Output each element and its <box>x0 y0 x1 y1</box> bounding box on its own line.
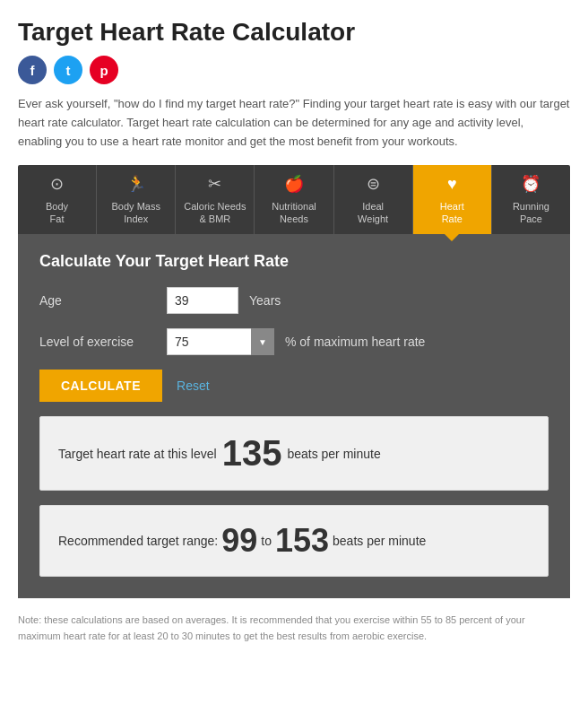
body-fat-icon: ⊙ <box>50 174 64 195</box>
exercise-select-wrapper: 55 60 65 70 75 80 85 ▼ <box>167 328 274 355</box>
age-unit: Years <box>249 293 281 308</box>
nav-item-heart-rate[interactable]: ♥ HeartRate <box>413 165 492 234</box>
calculator-title: Calculate Your Target Heart Rate <box>39 252 549 271</box>
nav-label-nutritional: NutritionalNeeds <box>272 200 316 226</box>
result1-suffix: beats per minute <box>287 447 380 461</box>
nav-item-body-fat[interactable]: ⊙ BodyFat <box>18 165 97 234</box>
nav-item-nutritional[interactable]: 🍎 NutritionalNeeds <box>255 165 333 234</box>
nav-label-running-pace: RunningPace <box>513 200 549 226</box>
nav-label-body-fat: BodyFat <box>46 200 68 226</box>
result2-number1: 99 <box>221 522 257 560</box>
nav-label-ideal-weight: IdealWeight <box>358 200 388 226</box>
twitter-icon[interactable]: t <box>54 56 82 84</box>
heart-rate-icon: ♥ <box>447 174 457 195</box>
button-row: CALCULATE Reset <box>39 370 549 402</box>
nav-item-ideal-weight[interactable]: ⊜ IdealWeight <box>334 165 413 234</box>
result-box-2: Recommended target range: 99 to 153 beat… <box>39 505 549 577</box>
calculate-button[interactable]: CALCULATE <box>39 370 162 402</box>
page-title: Target Heart Rate Calculator <box>18 18 570 47</box>
age-row: Age Years <box>39 287 549 314</box>
bmi-icon: 🏃 <box>126 174 146 195</box>
result-1-content: Target heart rate at this level 135 beat… <box>58 433 530 474</box>
result2-to: to <box>261 534 272 548</box>
nav-label-caloric: Caloric Needs& BMR <box>184 200 246 226</box>
age-input[interactable] <box>167 287 238 314</box>
result-2-content: Recommended target range: 99 to 153 beat… <box>58 522 530 560</box>
intro-text: Ever ask yourself, "how do I find my tar… <box>18 95 570 151</box>
result-box-1: Target heart rate at this level 135 beat… <box>39 416 549 491</box>
facebook-icon[interactable]: f <box>18 56 47 84</box>
nav-bar: ⊙ BodyFat 🏃 Body MassIndex ✂ Caloric Nee… <box>18 165 570 234</box>
nav-item-bmi[interactable]: 🏃 Body MassIndex <box>97 165 176 234</box>
result1-prefix: Target heart rate at this level <box>58 447 217 461</box>
result2-number2: 153 <box>275 522 329 560</box>
nav-label-bmi: Body MassIndex <box>112 200 160 226</box>
exercise-unit: % of maximum heart rate <box>285 335 425 349</box>
exercise-label: Level of exercise <box>39 335 156 349</box>
nav-item-caloric[interactable]: ✂ Caloric Needs& BMR <box>176 165 255 234</box>
nav-label-heart-rate: HeartRate <box>440 200 464 226</box>
calculator-section: Calculate Your Target Heart Rate Age Yea… <box>18 234 570 598</box>
caloric-icon: ✂ <box>208 174 221 195</box>
running-pace-icon: ⏰ <box>521 174 540 195</box>
note-text: Note: these calculations are based on av… <box>18 613 570 644</box>
exercise-select[interactable]: 55 60 65 70 75 80 85 <box>167 328 274 355</box>
reset-button[interactable]: Reset <box>177 378 210 393</box>
ideal-weight-icon: ⊜ <box>367 174 380 195</box>
pinterest-icon[interactable]: p <box>90 56 118 84</box>
age-label: Age <box>39 293 156 308</box>
nav-item-running-pace[interactable]: ⏰ RunningPace <box>492 165 570 234</box>
result2-prefix: Recommended target range: <box>58 534 218 548</box>
result2-suffix: beats per minute <box>333 534 426 548</box>
social-icons: f t p <box>18 56 570 84</box>
nutritional-icon: 🍎 <box>284 174 304 195</box>
result1-number: 135 <box>222 433 282 474</box>
exercise-row: Level of exercise 55 60 65 70 75 80 85 ▼… <box>39 328 549 355</box>
